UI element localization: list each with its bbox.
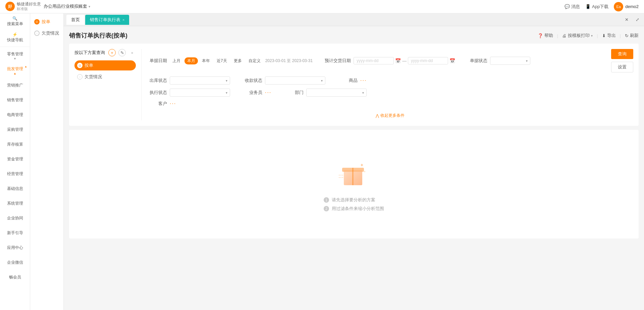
date-tab-this-year[interactable]: 本年 (199, 57, 213, 64)
edit-icon: ✎ (120, 50, 124, 55)
date-label: 单据日期 (147, 58, 167, 64)
expected-date-from[interactable] (354, 57, 394, 64)
empty-state: ✦ ✦ 1 请先选择要分析的方案 2 用过滤条件来缩小分析范围 (69, 130, 639, 239)
sub-sidebar-item-arrears[interactable]: ○ 欠货情况 (30, 28, 63, 39)
sidebar-item-enterprise[interactable]: 企业协同 (0, 211, 30, 225)
query-btn-group: 查询 设置 (611, 49, 633, 72)
collect-status-select[interactable] (265, 76, 325, 85)
sidebar-item-finance[interactable]: 资金管理 (0, 152, 30, 166)
sidebar-item-retail[interactable]: 零售管理 ▼ (0, 48, 30, 63)
sidebar-item-purchase[interactable]: 采购管理 (0, 122, 30, 137)
salesman-multiselect-button[interactable]: ··· (265, 90, 271, 96)
empty-tip-2: 2 用过滤条件来缩小分析范围 (324, 206, 384, 212)
calendar-to-icon[interactable]: 📅 (449, 58, 455, 63)
message-action[interactable]: 💬 消息 (565, 4, 580, 10)
date-range-display: 2023-03-01 至 2023-03-31 (265, 58, 313, 64)
sidebar-item-sales[interactable]: 销售管理 (0, 93, 30, 107)
tab-close-icon[interactable]: × (122, 18, 124, 22)
sub-sidebar-order-label: 按单 (42, 19, 50, 25)
expected-date-inputs: 📅 — 📅 (354, 57, 455, 64)
tab-sales-order[interactable]: 销售订单执行表 × (85, 15, 129, 25)
filter-row-2: 出库状态 ▾ 收款状态 (147, 76, 633, 85)
date-tab-custom[interactable]: 自定义 (246, 57, 263, 64)
top-bar: 好 畅捷通好生意 标准版 办公用品行业模拟账套 ▾ 💬 消息 📱 App下载 E… (0, 0, 644, 13)
sidebar-quick-nav[interactable]: ⚡ 快捷导航 (0, 30, 30, 46)
settings-button[interactable]: 设置 (611, 62, 633, 72)
filter-section: 按以下方案查询 + ✎ « (74, 49, 633, 120)
filter-panel: 按以下方案查询 + ✎ « (69, 44, 639, 126)
app-logo-icon: 好 (5, 2, 15, 11)
sidebar-item-wholesale[interactable]: 批发管理 ▲ (0, 63, 30, 78)
salesman-label: 业务员 (242, 90, 262, 96)
sidebar-item-ecommerce[interactable]: 电商管理 (0, 107, 30, 122)
empty-state-illustration: ✦ ✦ (337, 157, 371, 190)
app-download-action[interactable]: 📱 App下载 (585, 4, 608, 10)
sidebar-item-member[interactable]: 畅会员 (0, 270, 30, 285)
sidebar-item-marketing[interactable]: 营销推广 (0, 78, 30, 93)
exec-status-select[interactable] (170, 89, 230, 97)
arrears-icon: ○ (34, 31, 40, 36)
sidebar-item-newbie[interactable]: 新手引导 (0, 225, 30, 240)
out-status-field: 出库状态 ▾ (147, 76, 230, 85)
out-status-select-field: ▾ (170, 76, 230, 85)
out-status-select[interactable] (170, 76, 230, 85)
customer-multiselect-button[interactable]: ··· (170, 101, 176, 107)
customer-field: 客户 ··· (147, 101, 176, 107)
print-icon: 🖨 (562, 33, 567, 38)
help-button[interactable]: ❓ 帮助 (538, 33, 553, 39)
add-scheme-button[interactable]: + (108, 49, 116, 56)
calendar-from-icon[interactable]: 📅 (395, 58, 401, 63)
exec-status-field: 执行状态 ▾ (147, 89, 230, 97)
dept-select-field: ▾ (306, 89, 367, 97)
collapse-scheme-button[interactable]: « (128, 49, 136, 56)
tab-minimize-button[interactable]: ✕ (623, 16, 631, 24)
logo-area: 好 畅捷通好生意 标准版 (5, 2, 41, 11)
tab-home[interactable]: 首页 (66, 15, 85, 25)
sub-sidebar-item-order[interactable]: ⊙ 按单 (30, 16, 63, 28)
date-tab-last-month[interactable]: 上月 (170, 57, 183, 64)
user-area[interactable]: Ea demo2 (614, 2, 639, 11)
print-button[interactable]: 🖨 按模板打印 ▾ (562, 33, 593, 39)
top-bar-left: 好 畅捷通好生意 标准版 办公用品行业模拟账套 ▾ (5, 2, 90, 11)
collapse-chevron-icon: ⋀ (376, 113, 379, 118)
dept-select[interactable] (306, 89, 367, 97)
sidebar-item-wechat[interactable]: 企业微信 (0, 255, 30, 270)
date-tab-7days[interactable]: 近7天 (214, 57, 230, 64)
print-chevron-icon: ▾ (591, 34, 593, 38)
avatar: Ea (614, 2, 623, 11)
sidebar-item-appstore[interactable]: 应用中心 (0, 240, 30, 255)
workspace-selector[interactable]: 办公用品行业模拟账套 ▾ (44, 3, 90, 9)
dept-field: 部门 ▾ (283, 89, 367, 97)
expected-date-to[interactable] (408, 57, 448, 64)
tab-maximize-button[interactable]: ⤢ (633, 16, 641, 24)
sidebar-search[interactable]: 🔍 搜索菜单 (0, 13, 30, 30)
goods-multiselect-button[interactable]: ··· (360, 78, 367, 84)
query-button[interactable]: 查询 (611, 49, 633, 59)
maximize-icon: ⤢ (636, 17, 639, 22)
date-filter-group: 上月 本月 本年 近7天 更多 自定义 2023-03-01 至 2023-03… (170, 57, 313, 64)
edit-scheme-button[interactable]: ✎ (118, 49, 126, 56)
sidebar-item-system[interactable]: 系统管理 (0, 196, 30, 211)
filter-row-1: 单据日期 上月 本月 本年 近7天 更多 自定义 (147, 49, 633, 72)
sidebar-item-inventory[interactable]: 库存核算 (0, 137, 30, 152)
collapse-more-button[interactable]: ⋀ 收起更多条件 (147, 111, 633, 120)
date-tab-more[interactable]: 更多 (231, 57, 245, 64)
sidebar-item-basic[interactable]: 基础信息 (0, 181, 30, 196)
date-tab-this-month[interactable]: 本月 (184, 57, 198, 64)
message-icon: 💬 (565, 4, 570, 9)
collect-status-field: 收款状态 ▾ (242, 76, 325, 85)
filter-row-3: 执行状态 ▾ 业务员 (147, 89, 633, 97)
scheme-item-arrears[interactable]: ○ 欠货情况 (74, 72, 136, 82)
main-content: 首页 销售订单执行表 × ✕ ⤢ 销售订单执行表(按单) (64, 13, 644, 310)
export-button[interactable]: ⬇ 导出 (602, 33, 616, 39)
status-select[interactable] (490, 57, 530, 65)
filter-row-4: 客户 ··· (147, 101, 633, 107)
sidebar-item-operation[interactable]: 经营管理 (0, 166, 30, 181)
home-tab-label: 首页 (71, 17, 80, 23)
scheme-item-order[interactable]: ⊙ 按单 (74, 60, 136, 70)
refresh-button[interactable]: ↻ 刷新 (625, 33, 639, 39)
empty-tips: 1 请先选择要分析的方案 2 用过滤条件来缩小分析范围 (324, 197, 384, 212)
workspace-chevron-icon: ▾ (89, 5, 90, 8)
tip-num-1: 1 (324, 197, 329, 203)
app-name: 畅捷通好生意 (17, 2, 41, 6)
